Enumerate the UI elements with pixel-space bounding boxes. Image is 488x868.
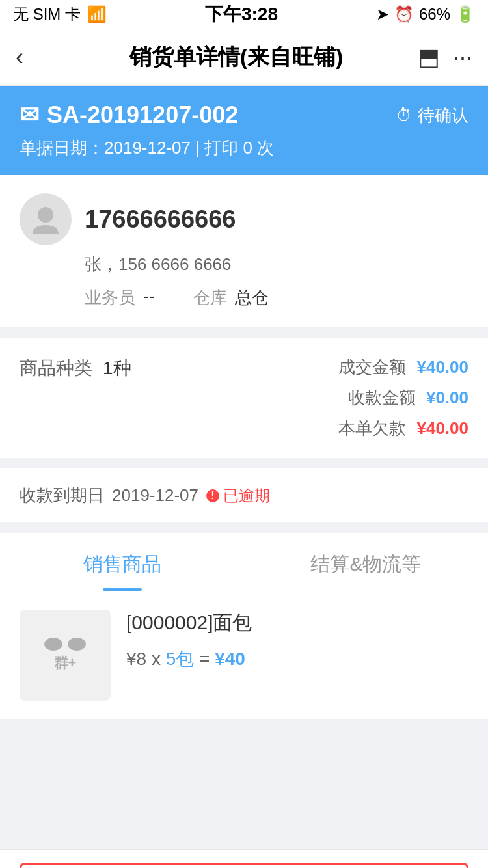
tab-settlement[interactable]: 结算&物流等 <box>244 533 488 591</box>
customer-name: 张，156 6666 6666 <box>20 253 468 276</box>
deal-amount-value: ¥40.00 <box>416 357 468 377</box>
total-price: ¥40 <box>215 649 245 669</box>
product-type-value: 1种 <box>103 356 131 381</box>
confirm-order-button[interactable]: 旺铺订单确认 <box>20 863 468 868</box>
customer-avatar <box>20 193 72 245</box>
product-price: ¥8 x 5包 = ¥40 <box>126 647 468 671</box>
deal-amount-label: 成交金额 <box>338 356 406 379</box>
due-date-label: 收款到期日 <box>20 484 104 507</box>
summary-left: 商品种类 1种 <box>20 356 131 381</box>
svg-point-0 <box>38 207 53 223</box>
customer-meta: 业务员 -- 仓库 总仓 <box>20 286 468 309</box>
share-button[interactable]: ⬒ <box>418 44 440 71</box>
received-amount-label: 收款金额 <box>348 387 416 409</box>
product-type-label: 商品种类 <box>20 356 92 381</box>
salesperson-info: 业务员 -- <box>85 286 154 309</box>
multiply-sign: x <box>152 649 161 669</box>
empty-space <box>0 719 488 849</box>
equals-sign: = <box>199 649 210 669</box>
product-type-row: 商品种类 1种 <box>20 356 131 381</box>
warehouse-label: 仓库 <box>193 286 227 309</box>
battery-text: 66% <box>419 5 450 23</box>
deal-amount-row: 成交金额 ¥40.00 <box>338 356 468 379</box>
owl-eye-right <box>68 638 86 651</box>
summary-right: 成交金额 ¥40.00 收款金额 ¥0.00 本单欠款 ¥40.00 <box>338 356 468 440</box>
clock-icon: ⏱ <box>396 105 413 126</box>
wifi-icon: 📶 <box>87 5 107 23</box>
order-header: ✉ SA-20191207-002 ⏱ 待确认 单据日期：2019-12-07 … <box>0 86 488 175</box>
summary-card: 商品种类 1种 成交金额 ¥40.00 收款金额 ¥0.00 本单欠款 ¥40.… <box>0 338 488 458</box>
overdue-badge: ! 已逾期 <box>206 485 270 506</box>
product-section: 群+ [0000002]面包 ¥8 x 5包 = ¥40 <box>0 591 488 719</box>
tabs-bar: 销售商品 结算&物流等 <box>0 533 488 591</box>
back-button[interactable]: ‹ <box>16 44 55 71</box>
salesperson-label: 业务员 <box>85 286 135 309</box>
status-bar-right: ➤ ⏰ 66% 🔋 <box>376 5 475 23</box>
product-image: 群+ <box>20 610 111 701</box>
due-date-card: 收款到期日 2019-12-07 ! 已逾期 <box>0 468 488 522</box>
overdue-icon: ! <box>206 489 219 502</box>
order-icon: ✉ <box>20 102 39 129</box>
owl-eye-left <box>44 638 62 651</box>
quantity: 5包 <box>166 649 195 669</box>
status-bar-left: 无 SIM 卡 📶 <box>13 4 107 25</box>
nav-bar: ‹ 销货单详情(来自旺铺) ⬒ ··· <box>0 29 488 86</box>
more-button[interactable]: ··· <box>453 44 472 71</box>
due-date-value: 2019-12-07 <box>112 485 198 506</box>
warehouse-value: 总仓 <box>235 286 269 309</box>
status-bar-time: 下午3:28 <box>205 2 278 27</box>
customer-card: 17666666666 张，156 6666 6666 业务员 -- 仓库 总仓 <box>0 175 488 327</box>
received-amount-row: 收款金额 ¥0.00 <box>348 387 468 409</box>
location-icon: ➤ <box>376 5 389 23</box>
product-logo: 群+ <box>44 638 86 673</box>
order-status: ⏱ 待确认 <box>396 104 468 127</box>
received-amount-value: ¥0.00 <box>426 388 468 408</box>
bottom-area: 旺铺订单确认 <box>0 849 488 868</box>
order-date: 单据日期：2019-12-07 | 打印 0 次 <box>20 137 468 159</box>
alarm-icon: ⏰ <box>394 5 414 23</box>
battery-icon: 🔋 <box>455 5 475 23</box>
overdue-text: 已逾期 <box>223 485 270 506</box>
logo-text: 群+ <box>54 653 77 673</box>
warehouse-info: 仓库 总仓 <box>193 286 269 309</box>
no-sim-text: 无 SIM 卡 <box>13 4 81 25</box>
product-info: [0000002]面包 ¥8 x 5包 = ¥40 <box>126 610 468 671</box>
nav-actions: ⬒ ··· <box>418 44 472 71</box>
debt-amount-row: 本单欠款 ¥40.00 <box>338 417 468 440</box>
product-name: [0000002]面包 <box>126 610 468 636</box>
salesperson-value: -- <box>143 286 154 309</box>
owl-eyes <box>44 638 86 651</box>
order-id-text: SA-20191207-002 <box>47 102 238 129</box>
order-id: ✉ SA-20191207-002 <box>20 102 238 129</box>
page-title: 销货单详情(来自旺铺) <box>129 42 344 72</box>
debt-amount-value: ¥40.00 <box>416 418 468 439</box>
unit-price: ¥8 <box>126 649 146 669</box>
customer-phone: 17666666666 <box>85 206 236 234</box>
status-bar: 无 SIM 卡 📶 下午3:28 ➤ ⏰ 66% 🔋 <box>0 0 488 29</box>
tab-sales-product[interactable]: 销售商品 <box>0 533 244 591</box>
status-text: 待确认 <box>418 104 468 127</box>
debt-amount-label: 本单欠款 <box>338 417 406 440</box>
